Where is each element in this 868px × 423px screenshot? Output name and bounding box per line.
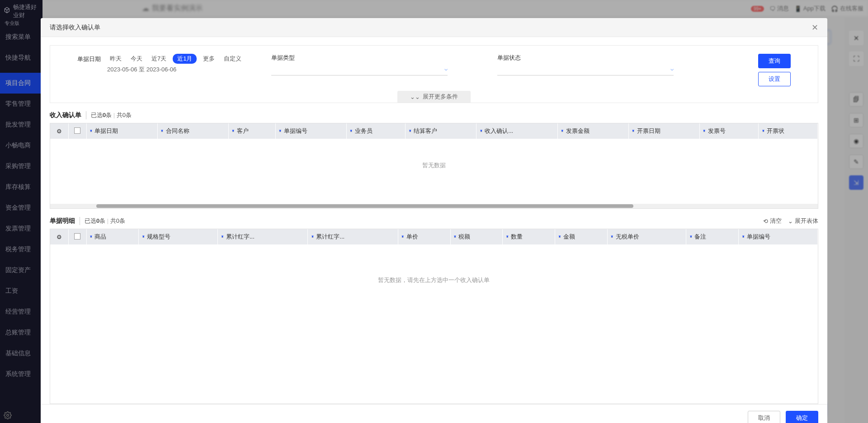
- select-all-checkbox[interactable]: [68, 229, 86, 244]
- cancel-button[interactable]: 取消: [748, 411, 780, 423]
- lower-section-title: 单据明细: [50, 217, 75, 225]
- date-range-text: 2023-05-06 至 2023-06-06: [107, 66, 244, 74]
- doc-type-filter: 单据类型 ⌵: [271, 54, 470, 75]
- checkbox-icon: [74, 233, 80, 240]
- date-option-3[interactable]: 近1月: [173, 54, 197, 64]
- date-option-2[interactable]: 近7天: [149, 54, 169, 64]
- column-header-4[interactable]: ▲▼业务员: [346, 123, 406, 139]
- chevron-down-icon: ⌵: [670, 66, 674, 72]
- column-header-1[interactable]: ▲▼规格型号: [139, 229, 218, 244]
- column-header-8[interactable]: ▲▼无税单价: [607, 229, 686, 244]
- query-button[interactable]: 查询: [758, 54, 791, 68]
- lower-selection-meta: 已选0条 | 共0条: [80, 217, 125, 225]
- horizontal-scrollbar[interactable]: [50, 204, 818, 208]
- date-option-0[interactable]: 昨天: [107, 54, 124, 64]
- filter-panel: 单据日期 昨天今天近7天近1月更多自定义 2023-05-06 至 2023-0…: [50, 45, 818, 103]
- modal-footer: 取消 确定: [41, 404, 827, 423]
- date-filter: 昨天今天近7天近1月更多自定义 2023-05-06 至 2023-06-06: [107, 54, 244, 74]
- date-filter-label: 单据日期: [77, 54, 101, 63]
- select-all-checkbox[interactable]: [68, 123, 86, 139]
- column-header-1[interactable]: ▲▼合同名称: [157, 123, 228, 139]
- expand-body-button[interactable]: ⌄ 展开表体: [788, 217, 818, 225]
- upper-table: ⚙▲▼单据日期▲▼合同名称▲▼客户▲▼单据编号▲▼业务员▲▼结算客户▲▼收入确认…: [50, 123, 818, 192]
- lower-table-wrapper: ⚙▲▼商品▲▼规格型号▲▼累计红字...▲▼累计红字...▲▼单价▲▼税额▲▼数…: [50, 229, 818, 404]
- modal-overlay: 请选择收入确认单 ✕ 单据日期 昨天今天近7天近1月更多自定义 2023-05-…: [0, 0, 868, 423]
- column-settings[interactable]: ⚙: [50, 229, 68, 244]
- gear-icon: ⚙: [57, 234, 62, 240]
- column-header-10[interactable]: ▲▼开票状: [759, 123, 818, 139]
- column-header-6[interactable]: ▲▼数量: [503, 229, 555, 244]
- column-header-3[interactable]: ▲▼累计红字...: [308, 229, 398, 244]
- date-option-5[interactable]: 自定义: [221, 54, 244, 64]
- modal-body: 单据日期 昨天今天近7天近1月更多自定义 2023-05-06 至 2023-0…: [41, 37, 827, 404]
- checkbox-icon: [74, 127, 80, 134]
- expand-filter-button[interactable]: ⌄⌄ 展开更多条件: [397, 91, 471, 103]
- lower-section-actions: ⟲ 清空 ⌄ 展开表体: [763, 217, 818, 225]
- clear-icon: ⟲: [763, 218, 768, 225]
- close-icon: ✕: [811, 23, 818, 32]
- modal-title: 请选择收入确认单: [50, 24, 100, 32]
- expand-filter-row: ⌄⌄ 展开更多条件: [77, 91, 791, 103]
- filter-actions: 查询 设置: [758, 54, 791, 86]
- lower-empty-row: 暂无数据，请先在上方选中一个收入确认单: [50, 244, 818, 316]
- gear-icon: ⚙: [57, 128, 62, 135]
- clear-button[interactable]: ⟲ 清空: [763, 217, 782, 225]
- date-option-1[interactable]: 今天: [128, 54, 145, 64]
- column-header-5[interactable]: ▲▼税额: [450, 229, 503, 244]
- upper-empty-row: 暂无数据: [50, 139, 818, 192]
- select-invoice-modal: 请选择收入确认单 ✕ 单据日期 昨天今天近7天近1月更多自定义 2023-05-…: [41, 18, 827, 423]
- column-header-2[interactable]: ▲▼客户: [228, 123, 275, 139]
- chevron-down-icon: ⌄: [788, 218, 793, 225]
- upper-section-title: 收入确认单: [50, 111, 81, 119]
- modal-close-button[interactable]: ✕: [811, 23, 818, 33]
- double-chevron-down-icon: ⌄⌄: [410, 94, 420, 100]
- column-header-9[interactable]: ▲▼备注: [686, 229, 739, 244]
- column-header-10[interactable]: ▲▼单据编号: [739, 229, 818, 244]
- filter-settings-button[interactable]: 设置: [758, 72, 791, 86]
- column-header-9[interactable]: ▲▼发票号: [699, 123, 759, 139]
- column-header-6[interactable]: ▲▼收入确认...: [476, 123, 557, 139]
- column-header-0[interactable]: ▲▼单据日期: [86, 123, 157, 139]
- column-header-8[interactable]: ▲▼开票日期: [628, 123, 699, 139]
- doc-status-label: 单据状态: [497, 54, 696, 62]
- column-header-3[interactable]: ▲▼单据编号: [275, 123, 346, 139]
- doc-type-label: 单据类型: [271, 54, 470, 62]
- column-header-0[interactable]: ▲▼商品: [86, 229, 139, 244]
- column-header-4[interactable]: ▲▼单价: [398, 229, 450, 244]
- column-settings[interactable]: ⚙: [50, 123, 68, 139]
- upper-empty-text: 暂无数据: [50, 139, 818, 192]
- lower-table: ⚙▲▼商品▲▼规格型号▲▼累计红字...▲▼累计红字...▲▼单价▲▼税额▲▼数…: [50, 229, 818, 316]
- upper-selection-meta: 已选0条 | 共0条: [86, 111, 132, 119]
- chevron-down-icon: ⌵: [444, 66, 448, 72]
- column-header-2[interactable]: ▲▼累计红字...: [217, 229, 307, 244]
- modal-header: 请选择收入确认单 ✕: [41, 18, 827, 37]
- column-header-7[interactable]: ▲▼金额: [555, 229, 607, 244]
- lower-section-header: 单据明细 已选0条 | 共0条 ⟲ 清空 ⌄ 展开表体: [50, 217, 818, 225]
- column-header-7[interactable]: ▲▼发票金额: [557, 123, 628, 139]
- doc-type-select[interactable]: ⌵: [271, 64, 448, 75]
- doc-status-filter: 单据状态 ⌵: [497, 54, 696, 75]
- date-option-4[interactable]: 更多: [200, 54, 217, 64]
- confirm-button[interactable]: 确定: [786, 411, 818, 423]
- lower-empty-text: 暂无数据，请先在上方选中一个收入确认单: [50, 244, 818, 316]
- scrollbar-thumb[interactable]: [96, 204, 634, 208]
- upper-table-wrapper: ⚙▲▼单据日期▲▼合同名称▲▼客户▲▼单据编号▲▼业务员▲▼结算客户▲▼收入确认…: [50, 123, 818, 209]
- upper-section-header: 收入确认单 已选0条 | 共0条: [50, 111, 818, 119]
- column-header-5[interactable]: ▲▼结算客户: [406, 123, 476, 139]
- doc-status-select[interactable]: ⌵: [497, 64, 674, 75]
